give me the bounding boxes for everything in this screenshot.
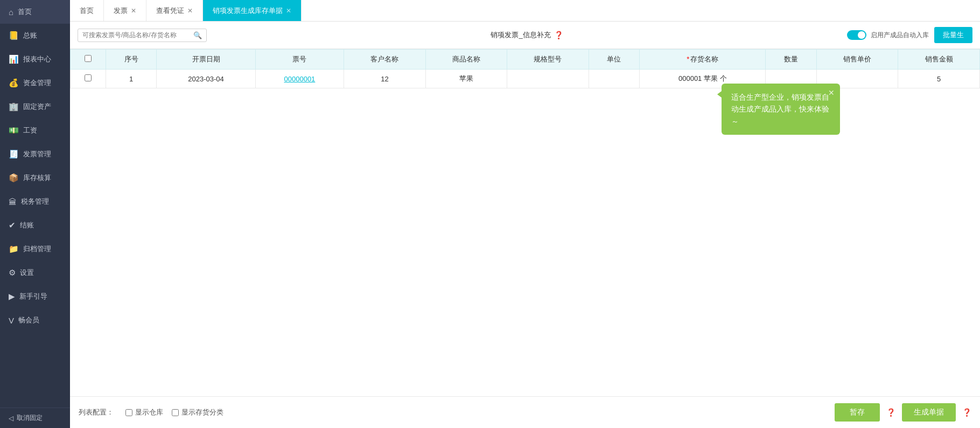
report-icon: 📊 [9,54,19,64]
sidebar-item-vip[interactable]: V 畅会员 [0,308,70,332]
th-product-name: 商品名称 [425,50,507,70]
td-spec [507,70,589,88]
sidebar-bottom-cancel-pin[interactable]: ◁ 取消固定 [0,408,70,428]
archive-icon: 📁 [9,244,19,254]
sidebar-item-label: 结账 [20,220,34,230]
guide-icon: ▶ [9,292,15,301]
toggle-thumb [858,31,865,39]
sidebar-item-label: 新手引导 [19,292,47,301]
search-icon: 🔍 [193,31,202,39]
sidebar-item-fund-management[interactable]: 💰 资金管理 [0,71,70,95]
sidebar-item-reports[interactable]: 📊 报表中心 [0,47,70,71]
show-category-label: 显示存货分类 [181,408,223,417]
home-icon: ⌂ [9,8,13,17]
sidebar-item-label: 总账 [23,31,37,40]
show-warehouse-wrap: 显示仓库 [125,408,163,417]
tooltip-close-button[interactable]: ✕ [828,87,835,99]
sidebar-item-payroll[interactable]: 💵 工资 [0,119,70,142]
table-wrap: 序号 开票日期 票号 客户名称 商品名称 [70,49,980,396]
show-warehouse-checkbox[interactable] [125,409,132,416]
bottom-bar: 列表配置： 显示仓库 显示存货分类 暂存 ❓ 生成单据 ❓ [70,396,980,428]
payroll-icon: 💵 [9,126,19,135]
td-date: 2023-03-04 [157,70,255,88]
gear-icon: ⚙ [9,268,16,278]
tab-bar: 首页 发票 ✕ 查看凭证 ✕ 销项发票生成库存单据 ✕ [70,0,980,22]
sidebar-item-label: 资金管理 [23,78,51,88]
inventory-icon: 📦 [9,173,19,183]
tab-cancel-invoice-close[interactable]: ✕ [286,7,291,15]
save-help-icon[interactable]: ❓ [886,408,895,417]
pin-icon: ◁ [9,415,13,422]
cancel-pin-label: 取消固定 [17,413,43,423]
tab-cancel-invoice-label: 销项发票生成库存单据 [213,6,283,16]
th-spec: 规格型号 [507,50,589,70]
sidebar-item-fixed-assets[interactable]: 🏢 固定资产 [0,95,70,119]
show-category-wrap: 显示存货分类 [172,408,223,417]
gen-help-icon[interactable]: ❓ [962,408,971,417]
sidebar-item-settings[interactable]: ⚙ 设置 [0,261,70,285]
generate-button[interactable]: 生成单据 [902,403,956,422]
sidebar-item-invoice-management[interactable]: 🧾 发票管理 [0,142,70,166]
settlement-icon: ✔ [9,220,16,230]
th-inventory-name: *存货名称 [640,50,766,70]
sidebar-item-general-ledger[interactable]: 📒 总账 [0,24,70,47]
batch-button[interactable]: 批量生 [934,27,972,43]
td-ticket-no[interactable]: 00000001 [255,70,344,88]
tooltip-popup: ✕ 适合生产型企业，销项发票自动生成产成品入库，快来体验～ [722,84,840,135]
required-star: * [687,55,689,63]
row-checkbox[interactable] [85,74,92,81]
sidebar: ⌂ 首页 📒 总账 📊 报表中心 💰 资金管理 🏢 固定资产 💵 工资 🧾 发票… [0,0,70,428]
search-box[interactable]: 🔍 [78,29,207,42]
main-area: 首页 发票 ✕ 查看凭证 ✕ 销项发票生成库存单据 ✕ 🔍 销项发票_信息补充 … [70,0,980,428]
help-icon[interactable]: ❓ [554,31,563,39]
tab-home-label: 首页 [80,6,94,16]
sidebar-item-label: 税务管理 [21,197,49,206]
sidebar-item-archive-management[interactable]: 📁 归档管理 [0,237,70,261]
ledger-icon: 📒 [9,31,19,40]
tab-view-voucher-close[interactable]: ✕ [187,7,193,15]
search-input[interactable] [82,31,190,39]
save-button[interactable]: 暂存 [835,403,880,422]
td-checkbox [71,70,106,88]
sidebar-item-guide[interactable]: ▶ 新手引导 [0,285,70,308]
vip-icon: V [9,316,14,325]
fund-icon: 💰 [9,78,19,88]
tab-cancel-invoice[interactable]: 销项发票生成库存单据 ✕ [203,0,302,21]
auto-warehouse-toggle[interactable] [847,30,866,40]
th-date: 开票日期 [157,50,255,70]
sidebar-item-home[interactable]: ⌂ 首页 [0,0,70,24]
tab-invoice[interactable]: 发票 ✕ [104,0,146,21]
sidebar-item-label: 发票管理 [23,149,51,159]
td-product-name: 苹果 [425,70,507,88]
sidebar-item-tax-management[interactable]: 🏛 税务管理 [0,190,70,213]
sidebar-item-label: 固定资产 [23,102,51,112]
th-customer: 客户名称 [344,50,426,70]
sidebar-item-inventory[interactable]: 📦 库存核算 [0,166,70,190]
toggle-wrap: 启用产成品自动入库 [847,30,929,40]
sidebar-item-label: 畅会员 [18,315,39,325]
tax-icon: 🏛 [9,197,17,206]
sidebar-item-settlement[interactable]: ✔ 结账 [0,213,70,237]
center-label: 销项发票_信息补充 [491,30,550,40]
tab-invoice-label: 发票 [114,6,128,16]
sidebar-item-label: 归档管理 [23,244,51,254]
td-unit [589,70,639,88]
show-category-checkbox[interactable] [172,409,179,416]
th-quantity: 数量 [766,50,816,70]
tab-view-voucher[interactable]: 查看凭证 ✕ [146,0,203,21]
tab-invoice-close[interactable]: ✕ [131,7,136,15]
tooltip-text: 适合生产型企业，销项发票自动生成产成品入库，快来体验～ [731,93,829,126]
show-warehouse-label: 显示仓库 [135,408,163,417]
select-all-checkbox[interactable] [85,55,92,62]
invoice-table: 序号 开票日期 票号 客户名称 商品名称 [70,49,980,88]
table-row: 1 2023-03-04 00000001 12 苹果 [71,70,980,88]
sidebar-item-label: 报表中心 [23,54,51,64]
sidebar-item-label: 库存核算 [23,173,51,183]
tab-home[interactable]: 首页 [70,0,104,21]
sidebar-item-label: 工资 [23,126,37,135]
td-amount: 5 [898,70,980,88]
td-seq: 1 [106,70,156,88]
bottom-buttons: 暂存 ❓ 生成单据 ❓ [835,403,971,422]
tab-view-voucher-label: 查看凭证 [156,6,184,16]
assets-icon: 🏢 [9,102,19,112]
